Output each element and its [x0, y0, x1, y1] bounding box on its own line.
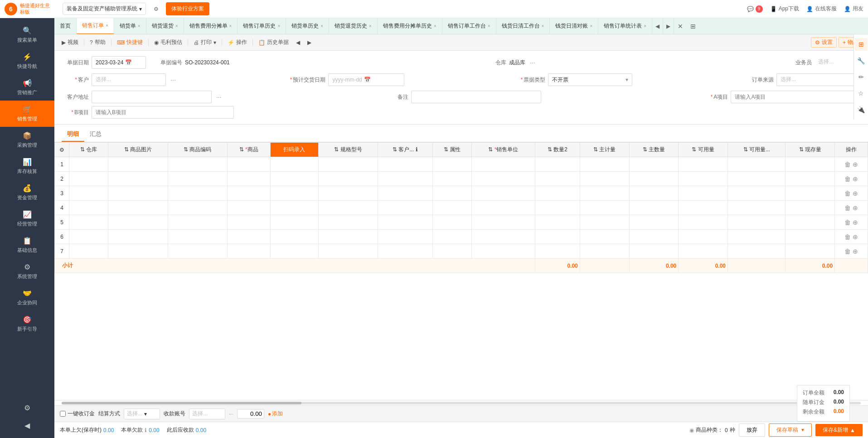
sort-icon[interactable]: ⇅ [548, 146, 552, 153]
expand-icon[interactable]: ··· [229, 411, 233, 417]
copy-icon[interactable]: ⊕ [853, 190, 858, 197]
online-service-button[interactable]: 👤 在线客服 [806, 5, 837, 13]
one-key-checkout-checkbox[interactable]: 一键收订金 [60, 410, 95, 418]
salesperson-input[interactable]: 选择... [815, 56, 851, 69]
copy-icon[interactable]: ⊕ [853, 204, 858, 212]
sidebar-item-inventory[interactable]: 📊 库存核算 [0, 153, 54, 179]
star-panel-icon[interactable]: ☆ [855, 87, 868, 100]
save-new-button[interactable]: 保存&新增 ▲ [815, 424, 863, 436]
info-icon[interactable]: ℹ [416, 146, 418, 153]
receipt-account-select[interactable]: 选择... [189, 409, 225, 419]
filter-panel-icon[interactable]: 🔧 [855, 54, 868, 67]
settlement-method-select[interactable]: 选择... ▾ [124, 409, 160, 419]
delete-icon[interactable]: 🗑 [844, 175, 851, 183]
tab-return-history[interactable]: 销货退货历史 × [329, 18, 378, 34]
sort-icon[interactable]: ⇅ [743, 146, 748, 153]
tab-next-button[interactable]: ▶ [663, 18, 674, 34]
tab-order-workbench[interactable]: 销售订单工作台 × [442, 18, 496, 34]
tab-sales-expense[interactable]: 销售费用分摊单 × [184, 18, 238, 34]
checkout-checkbox-input[interactable] [60, 411, 66, 417]
layout-panel-icon[interactable]: ⊞ [855, 38, 868, 51]
tab-close-icon[interactable]: × [488, 24, 490, 29]
sidebar-item-marketing[interactable]: 📢 营销推广 [0, 74, 54, 101]
row-code[interactable] [168, 157, 227, 172]
row-image[interactable] [108, 157, 168, 172]
sort-icon[interactable]: ⇅ [593, 146, 598, 153]
sidebar-item-guide[interactable]: 🎯 新手引导 [0, 311, 54, 337]
sidebar-item-sales[interactable]: 🛒 销售管理 [0, 101, 54, 127]
tab-summary[interactable]: 汇总 [84, 127, 107, 142]
col-scan[interactable]: 扫码录入 [270, 143, 318, 157]
tab-close-icon[interactable]: × [644, 24, 646, 29]
system-settings-icon[interactable]: ⚙ [150, 3, 162, 15]
tab-sales-return[interactable]: 销货退货 × [146, 18, 184, 34]
sort-icon[interactable]: ⇅ [488, 146, 493, 153]
delivery-date-input[interactable]: yyyy-mm-dd 📅 [328, 73, 404, 86]
delete-icon[interactable]: 🗑 [844, 204, 851, 212]
tab-close-icon[interactable]: × [369, 24, 372, 29]
delete-icon[interactable]: 🗑 [844, 219, 851, 226]
customer-expand-icon[interactable]: ··· [170, 76, 176, 83]
amount-input[interactable] [237, 409, 264, 419]
message-button[interactable]: 💬 9 💬 [747, 5, 763, 13]
app-download-button[interactable]: 📱 App下载 [770, 5, 799, 13]
sidebar-item-enterprise[interactable]: 🤝 企业协同 [0, 284, 54, 311]
copy-icon[interactable]: ⊕ [853, 233, 858, 241]
remark-input[interactable] [411, 91, 541, 103]
order-source-input[interactable]: 选择... [776, 73, 855, 86]
tab-cash-reconcile[interactable]: 钱货日清对账 × [550, 18, 598, 34]
tab-expense-history[interactable]: 销售费用分摊单历史 × [378, 18, 442, 34]
user-menu[interactable]: 👤 用友 [844, 5, 863, 13]
tab-order-history[interactable]: 销售订单历史 × [238, 18, 286, 34]
tab-home[interactable]: 首页 [54, 18, 77, 34]
sort-icon[interactable]: ⇅ [124, 146, 129, 153]
col-settings[interactable]: ⚙ [55, 143, 69, 157]
sort-icon[interactable]: ⇅ [799, 146, 804, 153]
row-warehouse[interactable] [69, 172, 108, 186]
address-expand-icon[interactable]: ··· [216, 93, 222, 101]
sidebar-item-finance[interactable]: 💰 资金管理 [0, 179, 54, 206]
row-goods[interactable] [227, 157, 270, 172]
industry-plan-button[interactable]: 体验行业方案 [166, 2, 209, 15]
sort-icon[interactable]: ⇅ [692, 146, 696, 153]
sort-icon[interactable]: ⇅ [444, 146, 448, 153]
sidebar-item-search[interactable]: 🔍 搜索菜单 [0, 22, 54, 48]
row-stock[interactable] [786, 157, 835, 172]
tab-close-icon[interactable]: × [320, 24, 323, 29]
customer-address-input[interactable] [92, 91, 212, 103]
invoice-type-select[interactable]: 不开票 ▾ [548, 73, 632, 86]
profit-button[interactable]: ◉ 毛利预估 [152, 38, 184, 47]
system-selector[interactable]: 装备及固定资产辅助管理系统 ▾ [63, 3, 146, 15]
history-button[interactable]: 📋 历史单据 [257, 38, 291, 47]
delete-icon[interactable]: 🗑 [844, 233, 851, 241]
b-project-input[interactable] [92, 106, 234, 119]
sidebar-item-operations[interactable]: 📈 经营管理 [0, 206, 54, 232]
sort-icon[interactable]: ⇅ [643, 146, 647, 153]
sidebar-item-purchase[interactable]: 📦 采购管理 [0, 127, 54, 153]
next-record-button[interactable]: ▶ [305, 39, 313, 47]
tab-close-icon[interactable]: × [590, 24, 592, 29]
date-input[interactable]: 2023-03-24 📅 [92, 56, 146, 69]
calendar-icon[interactable]: 📅 [125, 59, 132, 66]
delete-icon[interactable]: 🗑 [844, 161, 851, 168]
horizontal-scrollbar[interactable] [62, 402, 861, 404]
sort-icon[interactable]: ⇅ [184, 146, 188, 153]
edit-panel-icon[interactable]: ✏ [855, 71, 868, 83]
tab-close-icon[interactable]: × [229, 24, 232, 29]
row-available[interactable] [679, 157, 728, 172]
copy-icon[interactable]: ⊕ [853, 175, 858, 183]
save-draft-button[interactable]: 保存草稿 ▾ [769, 424, 812, 437]
tab-close-icon[interactable]: × [542, 24, 544, 29]
tab-close-icon[interactable]: × [106, 23, 108, 28]
tab-close-icon[interactable]: × [434, 24, 436, 29]
delete-icon[interactable]: 🗑 [844, 190, 851, 197]
print-button[interactable]: 🖨 打印 ▾ [192, 38, 218, 47]
sort-icon[interactable]: ⇅ [80, 146, 85, 153]
discard-button[interactable]: 放弃 [739, 424, 765, 437]
row-customer-code[interactable] [378, 157, 433, 172]
prev-record-button[interactable]: ◀ [294, 39, 302, 47]
tab-cash-workbench[interactable]: 钱货日清工作台 × [496, 18, 550, 34]
tab-sales-order[interactable]: 销售订单 × [77, 18, 114, 34]
sort-icon[interactable]: ⇅ [393, 146, 397, 153]
goods-table-wrapper[interactable]: ⚙ ⇅ 仓库 ⇅ 商品图片 ⇅ 商品编码 ⇅ *商品 扫码录入 ⇅ 规格型号 ⇅… [54, 142, 868, 400]
